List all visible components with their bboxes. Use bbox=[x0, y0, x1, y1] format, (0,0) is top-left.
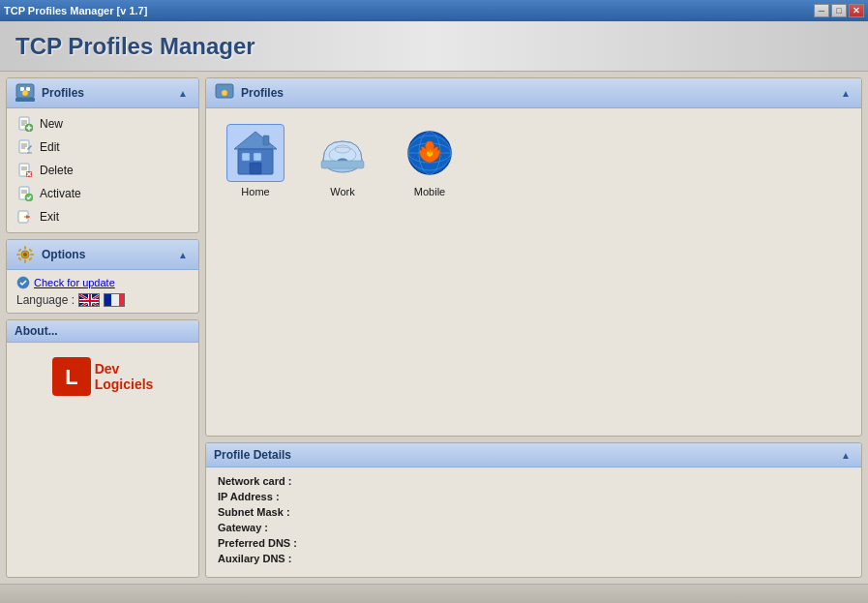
profile-mobile[interactable]: Mobile bbox=[396, 124, 464, 197]
profiles-panel-header: Profiles ▲ bbox=[206, 78, 861, 108]
mobile-profile-icon bbox=[404, 128, 455, 178]
svg-rect-37 bbox=[28, 256, 32, 260]
svg-rect-59 bbox=[242, 153, 250, 161]
profiles-section-title: Profiles bbox=[42, 86, 84, 100]
delete-icon bbox=[16, 162, 34, 179]
edit-label: Edit bbox=[40, 140, 60, 154]
about-section-header: About... bbox=[7, 320, 198, 343]
profiles-grid: Home bbox=[206, 108, 861, 213]
about-logo: L Dev Logiciels bbox=[52, 357, 154, 396]
new-icon bbox=[16, 115, 34, 133]
home-profile-icon bbox=[230, 128, 281, 178]
minimize-button[interactable]: ─ bbox=[814, 4, 829, 17]
flag-fr-svg bbox=[105, 294, 125, 307]
detail-subnet-label: Subnet Mask : bbox=[218, 506, 334, 518]
delete-menu-item[interactable]: Delete bbox=[7, 159, 198, 182]
edit-icon bbox=[16, 138, 34, 156]
profile-work-label: Work bbox=[330, 186, 354, 197]
profile-home[interactable]: Home bbox=[222, 124, 289, 197]
options-section-icon bbox=[15, 244, 36, 265]
svg-rect-62 bbox=[263, 136, 269, 145]
about-section-title: About... bbox=[15, 324, 58, 338]
detail-subnet-mask: Subnet Mask : bbox=[218, 504, 850, 520]
profile-work[interactable]: Work bbox=[309, 124, 376, 197]
edit-menu-item[interactable]: Edit bbox=[7, 136, 198, 159]
profiles-menu-list: New Edit bbox=[7, 108, 198, 232]
options-collapse-button[interactable]: ▲ bbox=[175, 247, 191, 262]
about-section-panel: About... L Dev Logiciels bbox=[6, 319, 199, 578]
svg-rect-49 bbox=[79, 300, 100, 302]
new-label: New bbox=[40, 117, 63, 131]
detail-network-card: Network card : bbox=[218, 473, 850, 489]
profile-home-label: Home bbox=[241, 186, 269, 197]
detail-gateway: Gateway : bbox=[218, 520, 850, 535]
check-update-icon bbox=[16, 276, 30, 289]
profiles-header-left: Profiles bbox=[15, 82, 84, 104]
detail-ip-address: IP Address : bbox=[218, 489, 850, 504]
app-header: TCP Profiles Manager bbox=[0, 21, 868, 72]
options-section-header: Options ▲ bbox=[7, 240, 198, 270]
logo-text: Dev Logiciels bbox=[95, 361, 154, 392]
detail-auxilary-dns: Auxilary DNS : bbox=[218, 551, 850, 566]
detail-network-card-label: Network card : bbox=[218, 475, 334, 487]
delete-label: Delete bbox=[40, 164, 74, 177]
profiles-panel-collapse[interactable]: ▲ bbox=[838, 85, 853, 101]
profiles-collapse-button[interactable]: ▲ bbox=[175, 85, 191, 101]
svg-rect-52 bbox=[119, 294, 125, 307]
svg-rect-51 bbox=[111, 294, 119, 307]
profile-mobile-icon-wrap bbox=[401, 124, 459, 182]
svg-rect-36 bbox=[17, 248, 21, 252]
svg-rect-61 bbox=[250, 163, 261, 174]
options-section-panel: Options ▲ Check for update Language : bbox=[6, 239, 199, 314]
exit-menu-item[interactable]: Exit bbox=[7, 205, 198, 228]
svg-text:L: L bbox=[65, 365, 77, 389]
sidebar: Profiles ▲ bbox=[6, 77, 199, 578]
options-content: Check for update Language : bbox=[7, 270, 198, 313]
profiles-panel-header-left: Profiles bbox=[214, 82, 284, 104]
logo-dev: Dev bbox=[95, 361, 154, 377]
svg-rect-32 bbox=[24, 246, 26, 250]
options-header-left: Options bbox=[15, 244, 85, 265]
details-collapse-button[interactable]: ▲ bbox=[838, 447, 853, 463]
profiles-panel-title: Profiles bbox=[241, 86, 284, 100]
detail-ip-label: IP Address : bbox=[218, 491, 334, 502]
svg-rect-3 bbox=[15, 98, 35, 102]
about-content: L Dev Logiciels bbox=[7, 343, 198, 410]
svg-rect-39 bbox=[28, 248, 32, 252]
profiles-panel: Profiles ▲ bbox=[205, 77, 862, 437]
svg-rect-67 bbox=[321, 161, 364, 168]
exit-icon bbox=[16, 208, 34, 226]
profiles-section-header: Profiles ▲ bbox=[7, 78, 198, 108]
svg-rect-50 bbox=[105, 294, 111, 307]
options-section-title: Options bbox=[42, 248, 85, 261]
activate-label: Activate bbox=[40, 187, 81, 200]
details-panel-title: Profile Details bbox=[214, 448, 291, 462]
check-update-link[interactable]: Check for update bbox=[34, 277, 115, 288]
svg-rect-60 bbox=[254, 153, 261, 161]
exit-label: Exit bbox=[40, 210, 59, 224]
svg-rect-35 bbox=[30, 254, 34, 256]
svg-point-31 bbox=[23, 253, 27, 256]
new-menu-item[interactable]: New bbox=[7, 112, 198, 136]
close-button[interactable]: ✕ bbox=[849, 4, 864, 17]
details-panel-header: Profile Details ▲ bbox=[206, 443, 861, 467]
flag-en[interactable] bbox=[78, 293, 100, 307]
flag-fr[interactable] bbox=[104, 293, 125, 307]
detail-gateway-label: Gateway : bbox=[218, 522, 334, 533]
svg-point-56 bbox=[222, 90, 227, 96]
maximize-button[interactable]: □ bbox=[831, 4, 847, 17]
profile-work-icon-wrap bbox=[314, 124, 372, 182]
details-panel: Profile Details ▲ Network card : IP Addr… bbox=[205, 442, 862, 578]
profiles-section-icon bbox=[15, 82, 36, 104]
check-update-row: Check for update bbox=[16, 276, 189, 289]
logo-logiciels: Logiciels bbox=[95, 377, 154, 392]
profile-mobile-label: Mobile bbox=[414, 186, 445, 197]
svg-rect-38 bbox=[17, 256, 21, 260]
profile-home-icon-wrap bbox=[226, 124, 284, 182]
app-title: TCP Profiles Manager bbox=[15, 33, 255, 60]
activate-icon bbox=[16, 185, 34, 202]
devlogiciels-logo-icon: L bbox=[52, 357, 91, 396]
detail-auxilary-dns-label: Auxilary DNS : bbox=[218, 553, 334, 564]
activate-menu-item[interactable]: Activate bbox=[7, 182, 198, 205]
work-profile-icon bbox=[317, 128, 368, 178]
